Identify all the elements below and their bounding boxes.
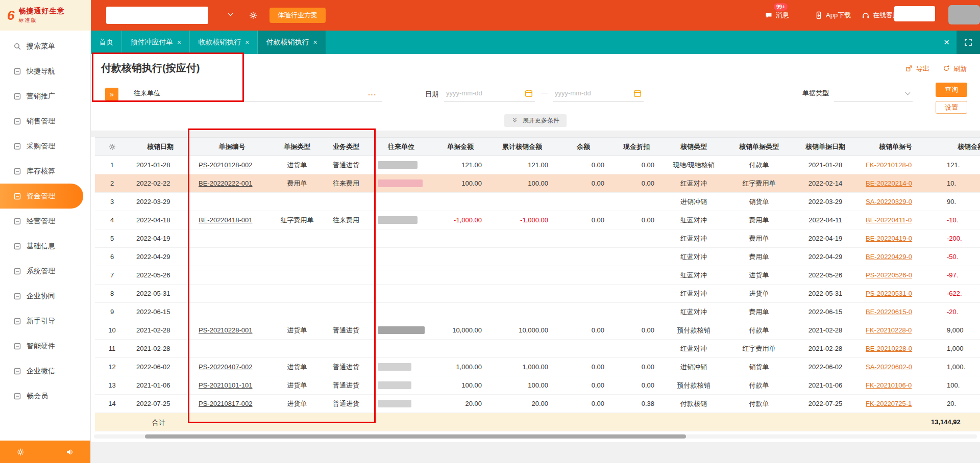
doc-no-link[interactable]: BE-20220222-001 [199, 179, 253, 187]
doc-no-link[interactable]: PS-20210128-002 [199, 161, 253, 169]
table-row[interactable]: 62022-04-29红蓝对冲费用单2022-04-29BE-20220429-… [95, 248, 980, 266]
column-header-单据金额[interactable]: 单据金额 [432, 138, 489, 156]
doc-no-link[interactable]: PS-20210101-101 [199, 381, 253, 389]
writeoff-doc-no-link[interactable]: SA-20220602-0 [866, 363, 912, 371]
doc-no-link[interactable]: PS-20210228-001 [199, 326, 253, 334]
settings-button[interactable]: 设置 [936, 101, 967, 114]
date-to-field[interactable] [553, 85, 644, 102]
sidebar-item-销售管理[interactable]: 销售管理 [0, 109, 90, 134]
doc-type-dropdown[interactable] [834, 85, 913, 102]
sidebar-item-新手引导[interactable]: 新手引导 [0, 308, 90, 333]
writeoff-doc-no-link[interactable]: BE-20220411-0 [866, 216, 912, 224]
table-row[interactable]: 52022-04-19红蓝对冲费用单2022-04-19BE-20220419-… [95, 229, 980, 248]
column-header-核销单据日期[interactable]: 核销单据日期 [792, 138, 859, 156]
table-row[interactable]: 92022-06-15红蓝对冲费用单2022-06-15BE-20220615-… [95, 303, 980, 321]
writeoff-doc-no-link[interactable]: FK-20210106-0 [866, 381, 912, 389]
sidebar-item-采购管理[interactable]: 采购管理 [0, 134, 90, 159]
column-header-余额[interactable]: 余额 [555, 138, 611, 156]
horizontal-scrollbar-track[interactable] [94, 434, 977, 439]
sidebar-item-畅会员[interactable]: 畅会员 [0, 383, 90, 408]
column-header-往来单位[interactable]: 往来单位 [371, 138, 432, 156]
doc-no-link[interactable]: BE-20220418-001 [199, 216, 253, 224]
table-row[interactable]: 12021-01-28PS-20210128-002进货单普通进货121.001… [95, 156, 980, 174]
gear-icon[interactable] [249, 11, 257, 19]
sidebar-item-营销推广[interactable]: 营销推广 [0, 84, 90, 109]
tab-3[interactable]: 付款核销执行× [258, 31, 326, 54]
partner-picker-ellipsis-icon[interactable]: ... [368, 89, 377, 97]
writeoff-doc-no-link[interactable]: FK-20210128-0 [866, 161, 912, 169]
date-from-input[interactable] [446, 89, 512, 97]
column-header-核销类型[interactable]: 核销类型 [662, 138, 726, 156]
writeoff-doc-no-link[interactable]: BE-20220429-0 [866, 253, 912, 261]
table-row[interactable]: 32022-03-29进销冲销销货单2022-03-29SA-20220329-… [95, 193, 980, 211]
settings-gear-icon[interactable] [16, 448, 24, 456]
writeoff-doc-no-link[interactable]: PS-20220526-0 [866, 271, 912, 279]
writeoff-doc-no-link[interactable]: BE-20220419-0 [866, 235, 912, 242]
tab-2[interactable]: 收款核销执行× [190, 31, 258, 54]
tab-1[interactable]: 预付冲应付单× [122, 31, 190, 54]
close-icon[interactable]: × [937, 37, 957, 48]
column-header-核销单据类型[interactable]: 核销单据类型 [726, 138, 792, 156]
trial-industry-button[interactable]: 体验行业方案 [270, 8, 326, 23]
writeoff-doc-no-link[interactable]: PS-20220531-0 [866, 290, 912, 297]
calendar-icon[interactable] [633, 89, 642, 97]
expand-more-conditions-button[interactable]: 展开更多条件 [504, 114, 567, 127]
sidebar-item-智能硬件[interactable]: 智能硬件 [0, 333, 90, 358]
tab-close-icon[interactable]: × [177, 38, 181, 46]
sidebar-item-快捷导航[interactable]: 快捷导航 [0, 59, 90, 84]
table-row[interactable]: 102021-02-28PS-20210228-001进货单普通进货10,000… [95, 321, 980, 340]
app-download-button[interactable]: App下载 [815, 0, 851, 31]
partner-filter-field[interactable]: 往来单位 ... [127, 85, 382, 102]
sidebar-item-经营管理[interactable]: 经营管理 [0, 209, 90, 234]
tab-close-icon[interactable]: × [245, 38, 249, 46]
horizontal-scrollbar-thumb[interactable] [145, 434, 686, 439]
sidebar-item-搜索菜单[interactable]: 搜索菜单 [0, 34, 90, 59]
writeoff-doc-no-link[interactable]: BE-20210228-0 [866, 345, 912, 352]
writeoff-doc-no-link[interactable]: FK-20220725-1 [866, 400, 912, 407]
doc-no-link[interactable]: PS-20220407-002 [199, 363, 253, 371]
sidebar-item-企业协同[interactable]: 企业协同 [0, 284, 90, 308]
tab-0[interactable]: 首页 [91, 31, 122, 54]
writeoff-doc-no-link[interactable]: BE-20220214-0 [866, 179, 912, 187]
chevron-down-icon[interactable] [228, 11, 233, 16]
column-header-单据编号[interactable]: 单据编号 [191, 138, 273, 156]
table-row[interactable]: 72022-05-26红蓝对冲进货单2022-05-26PS-20220526-… [95, 266, 980, 285]
doc-no-link[interactable]: PS-20210817-002 [199, 400, 253, 407]
column-settings-gear-icon[interactable] [95, 138, 129, 156]
sidebar-item-库存核算[interactable]: 库存核算 [0, 159, 90, 184]
column-header-核销金额[interactable]: 核销金额 [933, 138, 980, 156]
date-to-input[interactable] [555, 89, 621, 97]
table-row[interactable]: 132021-01-06PS-20210101-101进货单普通进货100.00… [95, 376, 980, 395]
writeoff-doc-no-link[interactable]: BE-20220615-0 [866, 308, 912, 316]
search-button[interactable]: 查询 [936, 83, 967, 97]
fullscreen-expand-icon[interactable] [957, 31, 980, 54]
collapse-filter-button[interactable]: » [105, 88, 118, 101]
column-header-单据类型[interactable]: 单据类型 [273, 138, 322, 156]
tab-close-icon[interactable]: × [313, 38, 317, 46]
column-header-核销单据号[interactable]: 核销单据号 [859, 138, 933, 156]
column-header-核销日期[interactable]: 核销日期 [129, 138, 191, 156]
calendar-icon[interactable] [525, 89, 533, 97]
table-row[interactable]: 112021-02-28红蓝对冲红字费用单2021-02-28BE-202102… [95, 340, 980, 358]
table-row[interactable]: 22022-02-22BE-20220222-001费用单往来费用100.001… [95, 174, 980, 193]
table-row[interactable]: 82022-05-31红蓝对冲进货单2022-05-31PS-20220531-… [95, 285, 980, 303]
writeoff-doc-no-link[interactable]: FK-20210228-0 [866, 326, 912, 334]
column-header-业务类型[interactable]: 业务类型 [322, 138, 371, 156]
sidebar-item-企业微信[interactable]: 企业微信 [0, 358, 90, 383]
doc-type-filter-field[interactable]: 单据类型 [802, 85, 913, 102]
volume-icon[interactable] [66, 448, 74, 456]
company-select-redacted[interactable] [106, 7, 208, 24]
writeoff-doc-no-link[interactable]: SA-20220329-0 [866, 198, 912, 205]
sidebar-item-基础信息[interactable]: 基础信息 [0, 234, 90, 259]
export-button[interactable]: 导出 [905, 64, 929, 73]
table-row[interactable]: 42022-04-18BE-20220418-001红字费用单往来费用-1,00… [95, 211, 980, 229]
table-row[interactable]: 142022-07-25PS-20210817-002进货单普通进货20.002… [95, 395, 980, 413]
column-header-累计核销金额[interactable]: 累计核销金额 [489, 138, 555, 156]
column-header-现金折扣[interactable]: 现金折扣 [611, 138, 662, 156]
sidebar-item-系统管理[interactable]: 系统管理 [0, 259, 90, 284]
table-row[interactable]: 122022-06-02PS-20220407-002进货单普通进货1,000.… [95, 358, 980, 376]
online-service-button[interactable]: 在线客服 [862, 0, 899, 31]
refresh-button[interactable]: 刷新 [943, 64, 967, 73]
sidebar-item-资金管理[interactable]: 资金管理 [0, 184, 83, 209]
date-from-field[interactable] [444, 85, 535, 102]
